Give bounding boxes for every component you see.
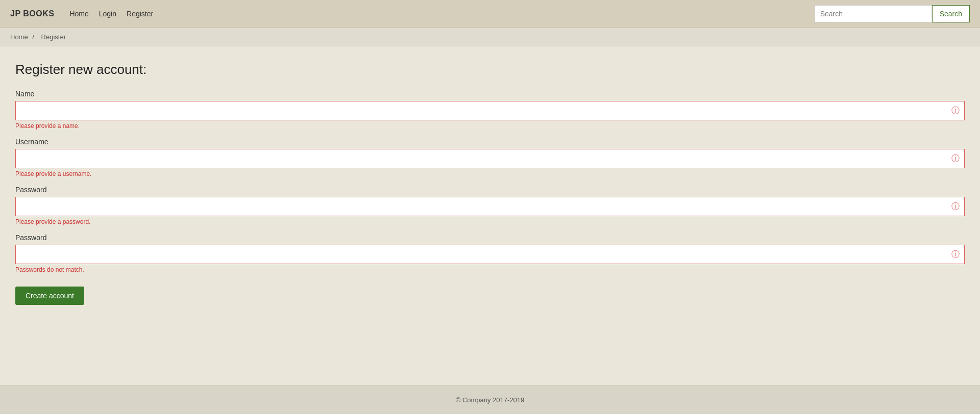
breadcrumb-current: Register [41, 33, 66, 41]
password-error: Please provide a password. [15, 218, 965, 225]
breadcrumb-home[interactable]: Home [10, 33, 28, 41]
password-group: Password ⓘ Please provide a password. [15, 186, 965, 225]
username-group: Username ⓘ Please provide a username. [15, 138, 965, 177]
name-error: Please provide a name. [15, 122, 965, 130]
main-content: Register new account: Name ⓘ Please prov… [0, 46, 980, 385]
nav-links: Home Login Register [69, 10, 814, 18]
nav-register-link[interactable]: Register [127, 10, 153, 18]
breadcrumb: Home / Register [0, 28, 980, 46]
password-label: Password [15, 186, 965, 194]
username-error: Please provide a username. [15, 170, 965, 177]
password-input[interactable] [15, 197, 965, 216]
register-form: Name ⓘ Please provide a name. Username ⓘ… [15, 90, 965, 305]
brand: JP BOOKS [10, 9, 54, 18]
confirm-password-input-wrapper: ⓘ [15, 245, 965, 264]
footer-text: © Company 2017-2019 [456, 396, 525, 404]
navbar: JP BOOKS Home Login Register Search [0, 0, 980, 28]
confirm-password-label: Password [15, 234, 965, 242]
confirm-password-input[interactable] [15, 245, 965, 264]
password-input-wrapper: ⓘ [15, 197, 965, 216]
name-label: Name [15, 90, 965, 98]
search-area: Search [815, 5, 970, 22]
name-input[interactable] [15, 101, 965, 120]
name-input-wrapper: ⓘ [15, 101, 965, 120]
name-group: Name ⓘ Please provide a name. [15, 90, 965, 130]
username-input-wrapper: ⓘ [15, 149, 965, 168]
nav-login-link[interactable]: Login [99, 10, 116, 18]
confirm-password-group: Password ⓘ Passwords do not match. [15, 234, 965, 273]
search-input[interactable] [815, 5, 932, 22]
username-input[interactable] [15, 149, 965, 168]
page-title: Register new account: [15, 62, 965, 77]
confirm-password-error: Passwords do not match. [15, 266, 965, 273]
create-account-button[interactable]: Create account [15, 287, 84, 305]
username-label: Username [15, 138, 965, 146]
footer: © Company 2017-2019 [0, 385, 980, 414]
breadcrumb-separator: / [32, 33, 34, 41]
search-button[interactable]: Search [932, 5, 970, 22]
nav-home-link[interactable]: Home [69, 10, 88, 18]
